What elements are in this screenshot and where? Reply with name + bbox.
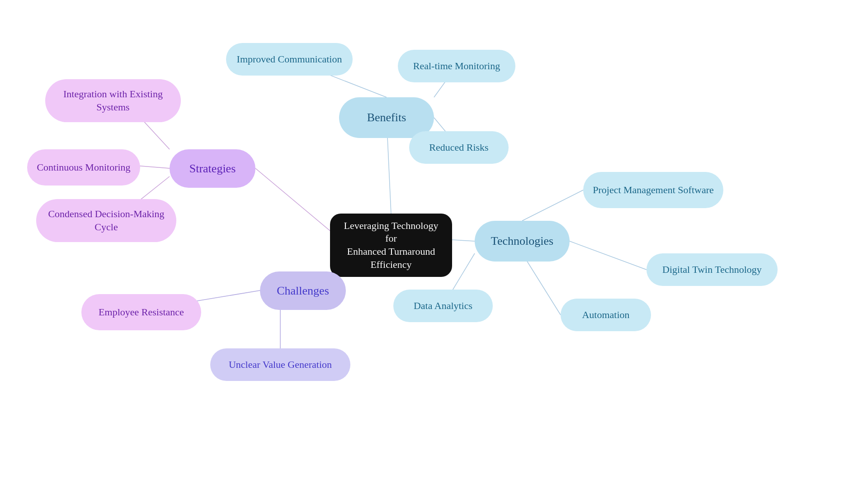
reduced-risks-label: Reduced Risks [429, 141, 488, 154]
project-management-software-node: Project Management Software [583, 172, 723, 208]
integration-node: Integration with Existing Systems [45, 79, 181, 122]
svg-line-2 [255, 168, 330, 231]
condensed-decision-label: Condensed Decision-Making Cycle [44, 208, 168, 233]
center-label: Leveraging Technology for Enhanced Turna… [338, 219, 444, 271]
improved-communication-label: Improved Communication [237, 53, 342, 66]
benefits-label: Benefits [367, 110, 406, 125]
svg-line-12 [136, 166, 170, 168]
employee-resistance-node: Employee Resistance [81, 294, 201, 330]
automation-label: Automation [582, 309, 629, 322]
challenges-label: Challenges [277, 283, 329, 299]
unclear-value-label: Unclear Value Generation [229, 358, 332, 371]
project-management-label: Project Management Software [593, 184, 714, 197]
digital-twin-node: Digital Twin Technology [646, 253, 778, 286]
continuous-monitoring-label: Continuous Monitoring [37, 161, 130, 174]
svg-line-1 [452, 240, 475, 241]
svg-line-8 [570, 241, 646, 270]
improved-communication-node: Improved Communication [226, 43, 353, 76]
strategies-label: Strategies [189, 161, 236, 176]
unclear-value-node: Unclear Value Generation [210, 348, 350, 381]
data-analytics-label: Data Analytics [414, 300, 472, 313]
reduced-risks-node: Reduced Risks [409, 131, 509, 164]
continuous-monitoring-node: Continuous Monitoring [27, 149, 140, 186]
employee-resistance-label: Employee Resistance [99, 306, 184, 319]
technologies-node: Technologies [475, 221, 570, 262]
svg-line-7 [522, 190, 583, 221]
strategies-node: Strategies [170, 149, 255, 188]
data-analytics-node: Data Analytics [393, 290, 493, 322]
realtime-monitoring-label: Real-time Monitoring [413, 60, 500, 73]
center-node: Leveraging Technology for Enhanced Turna… [330, 214, 452, 277]
integration-label: Integration with Existing Systems [53, 88, 173, 114]
realtime-monitoring-node: Real-time Monitoring [398, 50, 515, 82]
condensed-decision-node: Condensed Decision-Making Cycle [36, 199, 176, 242]
technologies-label: Technologies [491, 233, 553, 249]
challenges-node: Challenges [260, 271, 346, 310]
automation-node: Automation [561, 299, 651, 331]
svg-line-9 [522, 253, 561, 315]
digital-twin-label: Digital Twin Technology [662, 263, 762, 276]
